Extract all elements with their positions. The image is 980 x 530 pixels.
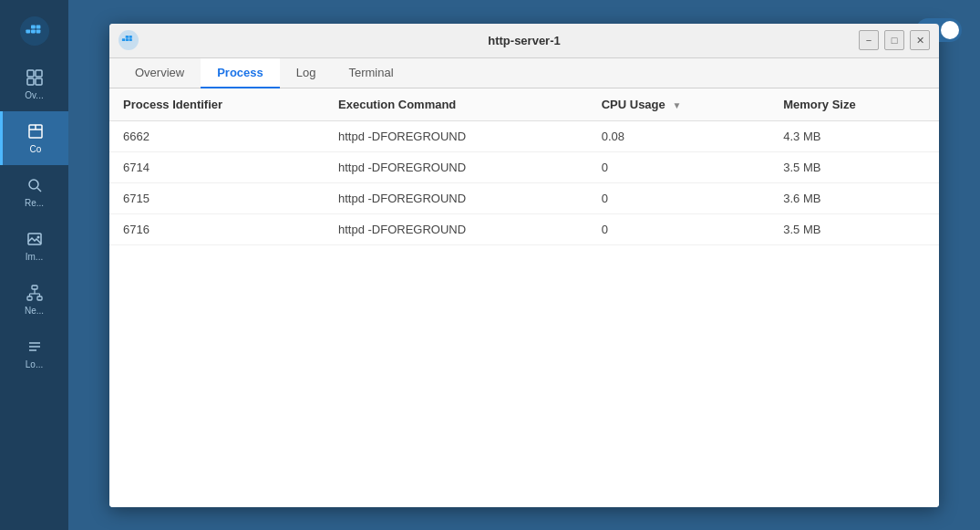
close-button[interactable]: ✕: [910, 30, 930, 50]
cell-cpu: 0: [588, 182, 770, 213]
dialog-title: http-server-1: [488, 34, 560, 47]
sidebar-item-images[interactable]: Im...: [0, 219, 68, 273]
col-cpu[interactable]: CPU Usage ▼: [588, 88, 770, 121]
sidebar-item-label-logs: Lo...: [26, 359, 43, 369]
svg-rect-4: [31, 26, 36, 29]
sidebar-item-label-network: Ne...: [25, 306, 44, 316]
svg-rect-30: [129, 38, 132, 41]
sidebar-item-containers[interactable]: Co: [0, 111, 68, 165]
docker-logo: [0, 9, 68, 53]
image-icon: [26, 230, 44, 248]
tab-terminal[interactable]: Terminal: [332, 58, 409, 88]
tab-process[interactable]: Process: [201, 58, 280, 88]
list-icon: [26, 338, 44, 356]
sidebar: Ov... Co Re... Im...: [0, 0, 68, 530]
title-bar: http-server-1 − □ ✕: [109, 24, 939, 58]
title-bar-controls: − □ ✕: [859, 30, 930, 50]
svg-point-16: [36, 236, 39, 239]
sidebar-item-registry[interactable]: Re...: [0, 165, 68, 219]
sort-indicator: ▼: [672, 100, 681, 110]
svg-rect-8: [27, 78, 34, 85]
sidebar-item-overview[interactable]: Ov...: [0, 57, 68, 111]
grid-icon: [26, 68, 44, 87]
sidebar-item-label-registry: Re...: [25, 198, 44, 208]
cell-cmd: httpd -DFOREGROUND: [325, 120, 588, 151]
cell-cpu: 0.08: [588, 120, 770, 151]
table-row: 6715 httpd -DFOREGROUND 0 3.6 MB: [109, 182, 939, 213]
svg-rect-32: [129, 36, 132, 38]
svg-rect-17: [32, 286, 37, 289]
search-circle-icon: [26, 176, 44, 194]
sidebar-item-label-containers: Co: [30, 144, 42, 154]
svg-rect-3: [36, 29, 40, 33]
svg-rect-1: [26, 29, 30, 33]
cell-cmd: httpd -DFOREGROUND: [325, 182, 588, 213]
svg-rect-5: [36, 26, 40, 29]
box-icon: [26, 122, 45, 140]
cell-cmd: httpd -DFOREGROUND: [325, 213, 588, 244]
col-mem[interactable]: Memory Size: [769, 88, 939, 121]
cell-pid: 6714: [109, 151, 325, 182]
svg-line-14: [37, 188, 41, 192]
process-table: Process Identifier Execution Command CPU…: [109, 88, 939, 245]
title-bar-docker-icon: [119, 30, 139, 50]
svg-rect-28: [122, 38, 125, 41]
col-pid[interactable]: Process Identifier: [109, 88, 325, 121]
svg-rect-29: [126, 38, 129, 41]
main-area: http-server-1 − □ ✕ Overview Process Log…: [68, 0, 980, 530]
svg-rect-31: [126, 36, 129, 38]
dialog-window: http-server-1 − □ ✕ Overview Process Log…: [109, 24, 939, 507]
sidebar-item-label-images: Im...: [26, 252, 43, 262]
cell-mem: 3.5 MB: [769, 151, 939, 182]
sidebar-item-network[interactable]: Ne...: [0, 273, 68, 327]
svg-rect-2: [31, 29, 36, 33]
network-icon: [26, 284, 44, 302]
col-cmd[interactable]: Execution Command: [325, 88, 588, 121]
cell-pid: 6715: [109, 182, 325, 213]
table-header-row: Process Identifier Execution Command CPU…: [109, 88, 939, 121]
table-row: 6716 httpd -DFOREGROUND 0 3.5 MB: [109, 213, 939, 244]
cell-pid: 6662: [109, 120, 325, 151]
tab-overview[interactable]: Overview: [119, 58, 201, 88]
svg-rect-9: [36, 78, 42, 85]
cell-mem: 4.3 MB: [769, 120, 939, 151]
cell-mem: 3.5 MB: [769, 213, 939, 244]
svg-rect-18: [27, 296, 32, 300]
table-row: 6662 httpd -DFOREGROUND 0.08 4.3 MB: [109, 120, 939, 151]
cell-cmd: httpd -DFOREGROUND: [325, 151, 588, 182]
table-body: 6662 httpd -DFOREGROUND 0.08 4.3 MB 6714…: [109, 120, 939, 244]
svg-rect-6: [27, 70, 34, 77]
svg-point-13: [29, 180, 38, 189]
table-row: 6714 httpd -DFOREGROUND 0 3.5 MB: [109, 151, 939, 182]
cell-mem: 3.6 MB: [769, 182, 939, 213]
minimize-button[interactable]: −: [859, 30, 879, 50]
tab-log[interactable]: Log: [280, 58, 333, 88]
cell-cpu: 0: [588, 213, 770, 244]
cell-pid: 6716: [109, 213, 325, 244]
svg-rect-19: [37, 296, 42, 300]
sidebar-item-logs[interactable]: Lo...: [0, 327, 68, 380]
process-content: Process Identifier Execution Command CPU…: [109, 88, 939, 507]
svg-rect-7: [36, 70, 42, 77]
cell-cpu: 0: [588, 151, 770, 182]
sidebar-item-label-overview: Ov...: [25, 90, 43, 100]
maximize-button[interactable]: □: [884, 30, 904, 50]
tab-bar: Overview Process Log Terminal: [109, 58, 939, 88]
